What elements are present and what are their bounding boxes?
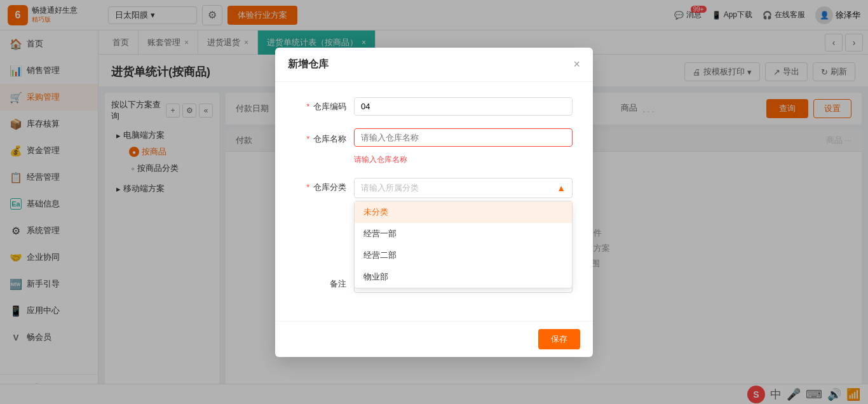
modal-close-button[interactable]: ×: [573, 58, 580, 71]
code-label: * 仓库编码: [295, 97, 346, 112]
remark-label: 备注: [295, 274, 346, 290]
category-select-wrapper: 请输入所属分类 ▲ 未分类 经营一部 经营二部 物业部: [354, 178, 573, 198]
save-button[interactable]: 保存: [538, 329, 580, 349]
modal-header: 新增仓库 ×: [275, 48, 593, 82]
name-error-msg: 请输入仓库名称: [354, 155, 407, 164]
modal-add-warehouse: 新增仓库 × * 仓库编码 * 仓库名称: [275, 48, 593, 357]
category-label: * 仓库分类: [295, 178, 346, 193]
dropdown-item-dept2[interactable]: 经营二部: [355, 245, 572, 266]
category-select-trigger[interactable]: 请输入所属分类 ▲: [354, 178, 573, 198]
modal-footer: 保存: [275, 321, 593, 357]
category-dropdown: 未分类 经营一部 经营二部 物业部: [354, 201, 573, 288]
category-placeholder: 请输入所属分类: [361, 182, 419, 194]
dropdown-item-dept3[interactable]: 物业部: [355, 266, 572, 288]
code-input[interactable]: [354, 97, 573, 116]
name-input[interactable]: [354, 128, 573, 147]
form-row-category: * 仓库分类 请输入所属分类 ▲ 未分类 经营一部 经营二部 物业部: [295, 178, 573, 198]
dropdown-item-unclassified[interactable]: 未分类: [355, 201, 572, 223]
modal-title: 新增仓库: [288, 58, 329, 71]
chevron-up-icon: ▲: [557, 183, 566, 193]
dropdown-item-dept1[interactable]: 经营一部: [355, 223, 572, 245]
modal-body: * 仓库编码 * 仓库名称 请输入仓库名称: [275, 82, 593, 321]
form-row-code: * 仓库编码: [295, 97, 573, 116]
form-row-name: * 仓库名称 请输入仓库名称: [295, 128, 573, 165]
modal-overlay[interactable]: 新增仓库 × * 仓库编码 * 仓库名称: [0, 0, 868, 404]
name-label: * 仓库名称: [295, 130, 346, 145]
